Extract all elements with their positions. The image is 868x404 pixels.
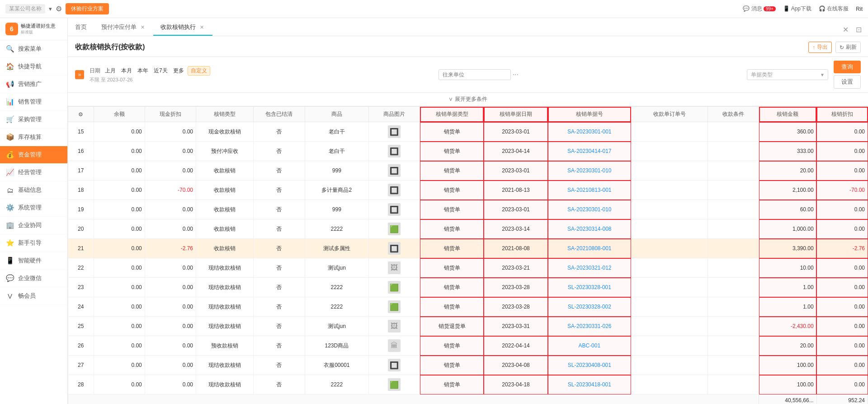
sidebar-item-collab[interactable]: 🏢企业协同 bbox=[0, 217, 67, 234]
app-download-btn[interactable]: 📱 App下载 bbox=[783, 5, 811, 13]
company-name[interactable]: 某某公司名称 bbox=[5, 4, 45, 14]
cell-bill-no[interactable]: SL-20230418-001 bbox=[548, 375, 631, 394]
sidebar-item-wechat[interactable]: 💬企业微信 bbox=[0, 270, 67, 287]
cell-goods: 2222 bbox=[305, 297, 369, 317]
cell-include-settled: 否 bbox=[254, 317, 305, 336]
cell-rownum: 23 bbox=[68, 278, 94, 297]
cell-bill-no[interactable]: SA-20230301-010 bbox=[548, 161, 631, 181]
cell-bill-no[interactable]: SA-20230321-012 bbox=[548, 258, 631, 278]
th-balance: 余额 bbox=[94, 107, 145, 122]
sidebar-item-search[interactable]: 🔍搜索菜单 bbox=[0, 40, 67, 58]
cell-bill-type: 销货单 bbox=[420, 239, 484, 258]
bill-no-link[interactable]: SA-20230331-026 bbox=[567, 323, 611, 329]
refresh-btn[interactable]: ↻ 刷新 bbox=[835, 42, 861, 53]
cell-receipt-condition bbox=[708, 356, 759, 375]
filter-expand-btn[interactable]: » bbox=[75, 70, 84, 79]
cell-bill-no[interactable]: SL-20230328-001 bbox=[548, 278, 631, 297]
cell-receipt-condition bbox=[708, 297, 759, 317]
cell-verify-discount: 0.00 bbox=[816, 356, 868, 375]
cell-bill-no[interactable]: SL-20230328-002 bbox=[548, 297, 631, 317]
bill-no-link[interactable]: SL-20230408-001 bbox=[568, 362, 611, 368]
maximize-btn[interactable]: ⊡ bbox=[853, 24, 864, 36]
date-opt-this-year[interactable]: 本年 bbox=[136, 66, 150, 76]
sidebar-label-wechat: 企业微信 bbox=[18, 274, 42, 282]
goods-image-thumb: 🟩 bbox=[388, 223, 401, 235]
message-btn[interactable]: 💬 消息 99+ bbox=[743, 5, 776, 13]
cell-include-settled: 否 bbox=[254, 258, 305, 278]
sidebar-label-marketing: 营销推广 bbox=[18, 80, 42, 88]
date-opt-this-month[interactable]: 本月 bbox=[119, 66, 134, 76]
date-opt-7days[interactable]: 近7天 bbox=[152, 66, 170, 76]
cell-include-settled: 否 bbox=[254, 122, 305, 142]
sidebar-item-member[interactable]: V畅会员 bbox=[0, 287, 67, 305]
cell-bill-no[interactable]: SA-20230314-008 bbox=[548, 219, 631, 239]
sidebar-item-system[interactable]: ⚙️系统管理 bbox=[0, 199, 67, 217]
bill-no-link[interactable]: SA-20210813-001 bbox=[567, 187, 611, 193]
sidebar-label-collab: 企业协同 bbox=[18, 221, 42, 229]
bill-no-link[interactable]: SA-20230321-012 bbox=[567, 265, 611, 271]
sidebar-item-basic[interactable]: 🗂基础信息 bbox=[0, 181, 67, 199]
cell-bill-no[interactable]: SL-20230408-001 bbox=[548, 356, 631, 375]
tab-0[interactable]: 首页 bbox=[68, 19, 94, 36]
counterpart-input[interactable] bbox=[439, 69, 511, 80]
bill-type-select[interactable]: 单据类型 bbox=[747, 69, 828, 80]
cell-balance: 0.00 bbox=[94, 142, 145, 161]
bill-no-link[interactable]: SA-20210808-001 bbox=[567, 245, 611, 252]
gear-icon[interactable]: ⚙ bbox=[56, 5, 62, 13]
bill-no-link[interactable]: SA-20230301-010 bbox=[567, 206, 611, 213]
cell-balance: 0.00 bbox=[94, 356, 145, 375]
bill-no-link[interactable]: SL-20230328-002 bbox=[568, 304, 611, 310]
close-tab-btn[interactable]: ✕ bbox=[840, 24, 851, 36]
sidebar-item-guide[interactable]: ⭐新手引导 bbox=[0, 234, 67, 252]
sidebar-item-marketing[interactable]: 📢营销推广 bbox=[0, 76, 67, 93]
bill-no-link[interactable]: SL-20230418-001 bbox=[568, 381, 611, 388]
cell-bill-type: 销货单 bbox=[420, 161, 484, 181]
setting-btn[interactable]: 设置 bbox=[834, 75, 861, 89]
sidebar-item-smart[interactable]: 📱智能硬件 bbox=[0, 252, 67, 270]
bill-no-link[interactable]: ABC-001 bbox=[578, 342, 600, 349]
date-opt-custom[interactable]: 自定义 bbox=[188, 66, 210, 76]
bill-no-link[interactable]: SL-20230328-001 bbox=[568, 284, 611, 290]
cell-bill-type: 销货单 bbox=[420, 122, 484, 142]
dropdown-icon[interactable]: ▾ bbox=[49, 5, 52, 12]
sidebar-item-inventory[interactable]: 📦库存核算 bbox=[0, 128, 67, 146]
cell-bill-no[interactable]: SA-20230331-026 bbox=[548, 317, 631, 336]
cell-bill-no[interactable]: SA-20210813-001 bbox=[548, 181, 631, 200]
sidebar-item-purchase[interactable]: 🛒采购管理 bbox=[0, 111, 67, 128]
tab-1[interactable]: 预付冲应付单✕ bbox=[94, 19, 153, 36]
user-name[interactable]: Rit bbox=[856, 6, 863, 12]
sidebar-item-quick[interactable]: 🏠快捷导航 bbox=[0, 58, 67, 76]
counterpart-dots[interactable]: ··· bbox=[513, 71, 519, 79]
goods-image-thumb: 🖼 bbox=[388, 320, 401, 333]
cell-verify-amount: -2,430.00 bbox=[759, 317, 816, 336]
sidebar-item-sales[interactable]: 📊销售管理 bbox=[0, 93, 67, 111]
bill-no-link[interactable]: SA-20230301-010 bbox=[567, 167, 611, 174]
industry-btn[interactable]: 休验行业方案 bbox=[66, 3, 109, 14]
query-btn[interactable]: 查询 bbox=[834, 61, 861, 73]
online-service-btn[interactable]: 🎧 在线客服 bbox=[819, 5, 849, 13]
cell-balance: 0.00 bbox=[94, 219, 145, 239]
sidebar-item-operation[interactable]: 📈经营管理 bbox=[0, 164, 67, 181]
cell-goods: 测试jun bbox=[305, 317, 369, 336]
cell-bill-no[interactable]: SA-20210808-001 bbox=[548, 239, 631, 258]
sidebar-item-finance[interactable]: 💰资金管理 bbox=[0, 146, 67, 164]
bill-no-link[interactable]: SA-20230301-001 bbox=[567, 128, 611, 135]
cell-bill-no[interactable]: SA-20230414-017 bbox=[548, 142, 631, 161]
tab-close-1[interactable]: ✕ bbox=[139, 24, 146, 31]
cell-bill-no[interactable]: ABC-001 bbox=[548, 336, 631, 356]
goods-image-thumb: 🔲 bbox=[388, 359, 401, 371]
bill-no-link[interactable]: SA-20230314-008 bbox=[567, 226, 611, 232]
export-btn[interactable]: ↑ 导出 bbox=[808, 42, 832, 53]
date-opt-last-month[interactable]: 上月 bbox=[103, 66, 118, 76]
cell-bill-no[interactable]: SA-20230301-010 bbox=[548, 200, 631, 219]
date-opt-more[interactable]: 更多 bbox=[171, 66, 186, 76]
cell-bill-no[interactable]: SA-20230301-001 bbox=[548, 122, 631, 142]
tab-close-2[interactable]: ✕ bbox=[198, 24, 205, 31]
goods-image-thumb: 🟩 bbox=[388, 300, 401, 313]
cell-verify-amount: 20.00 bbox=[759, 336, 816, 356]
th-settings[interactable]: ⚙ bbox=[68, 107, 94, 122]
bill-no-link[interactable]: SA-20230414-017 bbox=[567, 148, 611, 154]
cell-verify-amount: 10.00 bbox=[759, 258, 816, 278]
expand-more-bar[interactable]: ∨ 展开更多条件 bbox=[68, 93, 868, 106]
tab-2[interactable]: 收款核销执行✕ bbox=[153, 19, 212, 36]
